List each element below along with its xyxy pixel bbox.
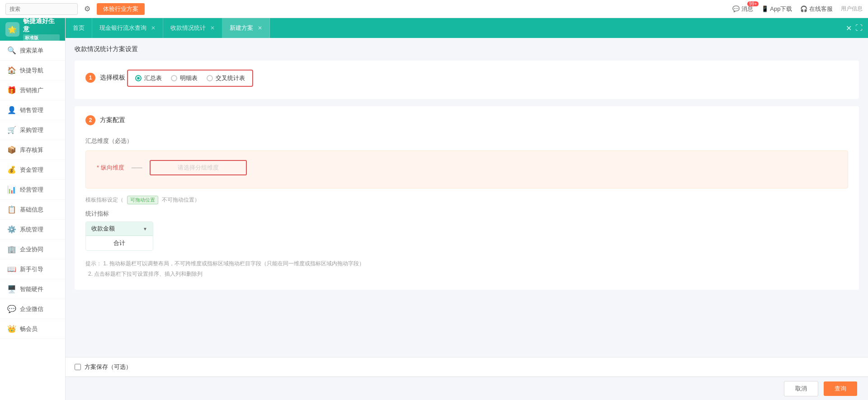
member-icon: 👑 bbox=[7, 325, 16, 333]
step2-section: 2 方案配置 汇总维度（必选） * 纵向维度 —— 请选择分组维度 bbox=[75, 106, 859, 290]
radio-cross[interactable]: 交叉统计表 bbox=[207, 74, 245, 82]
hints-area: 提示： 1. 拖动标题栏可以调整布局，不可跨维度或指标区域拖动栏目字段（只能在同… bbox=[85, 260, 848, 278]
dimension-subtitle: 汇总维度（必选） bbox=[85, 137, 848, 145]
page-content: 收款情况统计方案设置 1 选择模板 汇总表 明细表 bbox=[66, 38, 868, 357]
message-count: 99+ bbox=[747, 1, 759, 6]
inventory-icon: 📦 bbox=[7, 146, 16, 154]
sidebar-item-sales[interactable]: 👤 销售管理 bbox=[0, 100, 65, 120]
sidebar-item-search-menu[interactable]: 🔍 搜索菜单 bbox=[0, 41, 65, 61]
query-button[interactable]: 查询 bbox=[824, 381, 857, 396]
sidebar-item-basic-info[interactable]: 📋 基础信息 bbox=[0, 200, 65, 220]
template-radio-group: 汇总表 明细表 交叉统计表 bbox=[127, 70, 253, 87]
finance-icon: 💰 bbox=[7, 165, 16, 174]
user-info: 用户信息 bbox=[841, 5, 863, 13]
step2-title: 方案配置 bbox=[100, 116, 125, 124]
radio-cross-label: 交叉统计表 bbox=[216, 74, 245, 82]
operations-icon: 📊 bbox=[7, 185, 16, 194]
indicators-section: 模板指标设定（ 可拖动位置 不可拖动位置） 统计指标 收款金额 ▼ 合计 bbox=[85, 196, 848, 251]
tab-spacer bbox=[270, 18, 840, 38]
guide-icon: 📖 bbox=[7, 265, 16, 273]
radio-detail-dot bbox=[171, 75, 177, 81]
radio-detail[interactable]: 明细表 bbox=[171, 74, 198, 82]
indicators-title: 模板指标设定（ bbox=[85, 196, 123, 204]
step1-number: 1 bbox=[85, 73, 95, 83]
sidebar-item-marketing[interactable]: 🎁 营销推广 bbox=[0, 80, 65, 100]
sidebar-item-guide[interactable]: 📖 新手引导 bbox=[0, 259, 65, 279]
search-input[interactable] bbox=[5, 3, 78, 15]
tab-receipt-stat-label: 收款情况统计 bbox=[170, 24, 206, 32]
main-container: 🌟 畅捷通好生意 标准版 🔍 搜索菜单 🏠 快捷导航 🎁 营销推广 👤 销售管理… bbox=[0, 18, 868, 400]
quick-nav-icon: 🏠 bbox=[7, 66, 16, 75]
sidebar-item-label: 系统管理 bbox=[20, 226, 43, 234]
weixin-icon: 💬 bbox=[7, 305, 16, 313]
sidebar-item-smart-hw[interactable]: 🖥️ 智能硬件 bbox=[0, 279, 65, 299]
step1-title: 选择模板 bbox=[100, 74, 125, 82]
sidebar-item-label: 企业微信 bbox=[20, 305, 43, 313]
dimension-row: * 纵向维度 —— 请选择分组维度 bbox=[97, 160, 837, 175]
tab-home-label: 首页 bbox=[73, 24, 85, 32]
tab-cash-query-close[interactable]: ✕ bbox=[151, 25, 156, 31]
tab-actions: ✕ ⛶ bbox=[840, 18, 868, 38]
hint-2-text: 2. 点击标题栏下拉可设置排序、插入列和删除列 bbox=[88, 270, 203, 278]
step2-number: 2 bbox=[85, 115, 95, 125]
sidebar-item-member[interactable]: 👑 畅会员 bbox=[0, 319, 65, 339]
tab-new-plan[interactable]: 新建方案 ✕ bbox=[222, 18, 270, 38]
sales-icon: 👤 bbox=[7, 106, 16, 114]
dropdown-arrow-icon: ▼ bbox=[143, 226, 147, 231]
radio-summary[interactable]: 汇总表 bbox=[135, 74, 162, 82]
indicators-note: 模板指标设定（ 可拖动位置 不可拖动位置） bbox=[85, 196, 848, 204]
cancel-button[interactable]: 取消 bbox=[784, 381, 818, 396]
app-download-link[interactable]: 📱 App下载 bbox=[761, 5, 792, 13]
tab-cash-query-label: 现金银行流水查询 bbox=[99, 24, 146, 32]
dimension-area: * 纵向维度 —— 请选择分组维度 bbox=[85, 151, 848, 188]
enterprise-icon: 🏢 bbox=[7, 245, 16, 254]
no-drag-label: 不可拖动位置） bbox=[162, 196, 200, 204]
top-bar-left: ⚙ 体验行业方案 bbox=[5, 3, 732, 15]
tab-expand-icon[interactable]: ⛶ bbox=[855, 24, 863, 32]
radio-summary-label: 汇总表 bbox=[144, 74, 162, 82]
sidebar-item-weixin[interactable]: 💬 企业微信 bbox=[0, 299, 65, 319]
top-bar: ⚙ 体验行业方案 💬 消息 99+ 📱 App下载 🎧 在线客服 用户信息 bbox=[0, 0, 868, 18]
sidebar-item-label: 资金管理 bbox=[20, 166, 43, 174]
sidebar-item-finance[interactable]: 💰 资金管理 bbox=[0, 160, 65, 180]
message-badge[interactable]: 💬 消息 99+ bbox=[732, 5, 753, 13]
tab-home[interactable]: 首页 bbox=[66, 18, 92, 38]
sidebar-item-label: 新手引导 bbox=[20, 265, 43, 273]
dimension-subsection: 汇总维度（必选） * 纵向维度 —— 请选择分组维度 bbox=[85, 137, 848, 188]
hint-1-text: 提示： 1. 拖动标题栏可以调整布局，不可跨维度或指标区域拖动栏目字段（只能在同… bbox=[85, 260, 364, 268]
sidebar-item-label: 企业协同 bbox=[20, 245, 43, 254]
tab-receipt-stat-close[interactable]: ✕ bbox=[210, 25, 215, 31]
sidebar-item-label: 快捷导航 bbox=[20, 66, 43, 75]
tab-cash-query[interactable]: 现金银行流水查询 ✕ bbox=[92, 18, 163, 38]
indicator-header[interactable]: 收款金额 ▼ bbox=[86, 222, 153, 236]
sidebar-item-label: 销售管理 bbox=[20, 106, 43, 114]
gear-icon[interactable]: ⚙ bbox=[81, 3, 93, 15]
sidebar-item-system[interactable]: ⚙️ 系统管理 bbox=[0, 220, 65, 240]
online-service-link[interactable]: 🎧 在线客服 bbox=[800, 5, 833, 13]
stat-label: 统计指标 bbox=[85, 210, 848, 218]
trial-button[interactable]: 体验行业方案 bbox=[97, 3, 145, 15]
purchase-icon: 🛒 bbox=[7, 126, 16, 134]
sidebar-item-enterprise[interactable]: 🏢 企业协同 bbox=[0, 240, 65, 259]
sidebar-item-label: 智能硬件 bbox=[20, 285, 43, 293]
top-bar-right: 💬 消息 99+ 📱 App下载 🎧 在线客服 用户信息 bbox=[732, 5, 863, 13]
save-label: 方案保存（可选） bbox=[85, 363, 132, 371]
sidebar-item-quick-nav[interactable]: 🏠 快捷导航 bbox=[0, 61, 65, 80]
sidebar-item-purchase[interactable]: 🛒 采购管理 bbox=[0, 120, 65, 140]
step2-label: 2 方案配置 bbox=[85, 115, 125, 125]
tab-close-all-icon[interactable]: ✕ bbox=[846, 24, 852, 33]
sidebar-item-label: 畅会员 bbox=[20, 325, 38, 333]
save-checkbox[interactable] bbox=[75, 364, 81, 370]
system-icon: ⚙️ bbox=[7, 225, 16, 234]
indicators-content: 统计指标 收款金额 ▼ 合计 bbox=[85, 210, 848, 251]
arrow-icon: —— bbox=[132, 165, 142, 171]
dimension-placeholder[interactable]: 请选择分组维度 bbox=[150, 160, 247, 175]
sidebar-item-inventory[interactable]: 📦 库存核算 bbox=[0, 140, 65, 160]
tab-receipt-stat[interactable]: 收款情况统计 ✕ bbox=[163, 18, 222, 38]
tab-new-plan-close[interactable]: ✕ bbox=[258, 25, 262, 31]
nav-tabs: 首页 现金银行流水查询 ✕ 收款情况统计 ✕ 新建方案 ✕ ✕ ⛶ bbox=[66, 18, 868, 38]
footer-bar: 取消 查询 bbox=[66, 376, 868, 400]
sidebar-item-operations[interactable]: 📊 经营管理 bbox=[0, 180, 65, 200]
sidebar-logo: 🌟 畅捷通好生意 标准版 bbox=[0, 18, 65, 41]
search-menu-icon: 🔍 bbox=[7, 46, 16, 55]
